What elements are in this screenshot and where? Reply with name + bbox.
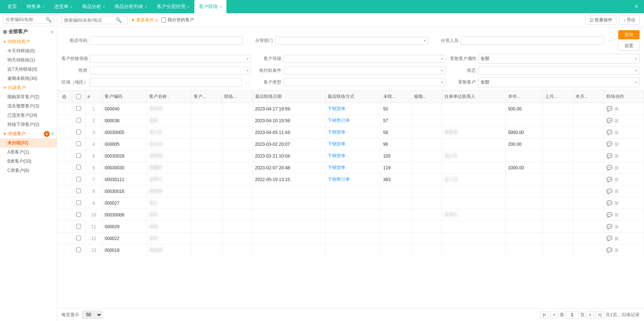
row-checkbox[interactable] [72, 221, 85, 233]
row-checkbox[interactable] [72, 197, 85, 209]
select-all-checkbox[interactable] [76, 94, 81, 99]
filter-sparse-select[interactable]: 全部 ▾ [478, 77, 640, 87]
tab-product-analysis[interactable]: 商品分析 × [78, 0, 109, 13]
my-customers-filter[interactable]: 我分管的客户 [161, 17, 194, 23]
prev-page-btn[interactable]: < [550, 311, 558, 318]
sidebar-item-declining[interactable]: 持续下滑客户(2) [0, 120, 57, 129]
ellipsis-btn-2[interactable]: ··· [244, 80, 251, 85]
last-type-link[interactable]: 下销货单 [328, 106, 345, 111]
qr-icon[interactable]: ⊞ [615, 224, 619, 229]
tab-purchase[interactable]: 进货单 × [50, 0, 77, 13]
row-select-checkbox[interactable] [76, 165, 81, 170]
row-last-type[interactable] [325, 197, 381, 209]
last-type-link[interactable]: 下销货单 [328, 153, 345, 158]
filter-phone-input[interactable] [89, 36, 243, 45]
settings-col-header[interactable]: ⚙ [57, 91, 72, 103]
more-conditions-btn[interactable]: ▼ 更多条件 ∧ [131, 17, 158, 23]
row-last-type[interactable] [325, 209, 381, 221]
row-select-checkbox[interactable] [76, 106, 81, 111]
chat-icon[interactable]: 💬 [606, 200, 612, 206]
filter-status-select[interactable]: ▾ [478, 67, 640, 74]
row-last-type[interactable] [325, 233, 381, 244]
sidebar-item-7days[interactable]: 近7天待联络(0) [0, 65, 57, 74]
row-last-type[interactable] [325, 186, 381, 197]
sidebar-item-churned[interactable]: 已流失客户(24) [0, 111, 57, 120]
chat-icon[interactable]: 💬 [606, 188, 612, 194]
row-checkbox[interactable] [72, 174, 85, 186]
qr-icon[interactable]: ⊞ [615, 165, 619, 170]
row-select-checkbox[interactable] [76, 224, 81, 229]
sidebar-search-icon[interactable]: 🔍 [46, 17, 52, 22]
close-contact-tab[interactable]: × [219, 4, 222, 9]
all-customers-header[interactable]: ⊞ 全部客户 « [0, 26, 57, 37]
chat-icon[interactable]: 💬 [606, 247, 612, 253]
tab-customer-contact[interactable]: 客户联络 × [194, 0, 226, 13]
my-customers-checkbox[interactable] [161, 18, 166, 22]
qr-icon[interactable]: ⊞ [615, 118, 619, 123]
first-page-btn[interactable]: |< [540, 311, 549, 318]
filter-payment-select[interactable]: ▾ [284, 67, 445, 74]
query-btn[interactable]: 查询 [618, 30, 640, 39]
sidebar-item-ungroup[interactable]: 未分组(32) [0, 138, 57, 148]
search-icon[interactable]: 🔍 [116, 17, 122, 23]
last-type-link[interactable]: 下销货单 [328, 165, 345, 170]
sidebar-item-typeA[interactable]: A类客户(1) [0, 148, 57, 157]
filter-type-select[interactable]: ▾ [284, 78, 445, 86]
page-number-input[interactable] [566, 311, 579, 318]
filter-level-select[interactable]: ▾ [284, 55, 445, 63]
gear-icon[interactable]: ⚙ [62, 94, 67, 100]
batch-operation-btn[interactable]: ☑ 批量操作 [585, 15, 616, 25]
qr-icon[interactable]: ⊞ [615, 236, 619, 241]
filter-sparse-attr-select[interactable]: 全部 ▾ [478, 54, 640, 64]
row-last-type[interactable]: 下销货单 [325, 162, 381, 174]
row-last-type[interactable]: 下销售订单 [325, 115, 381, 127]
sidebar-item-typeB[interactable]: B类客户(33) [0, 157, 57, 166]
close-product-analysis-tab[interactable]: × [103, 4, 105, 9]
chat-icon[interactable]: 💬 [606, 141, 612, 147]
refresh-icon[interactable]: ↺ [50, 131, 54, 136]
reset-btn[interactable]: 设置 [618, 41, 640, 51]
row-select-checkbox[interactable] [76, 141, 81, 146]
qr-icon[interactable]: ⊞ [615, 141, 619, 147]
row-checkbox[interactable] [72, 233, 85, 244]
row-checkbox[interactable] [72, 244, 85, 256]
tab-product-analysis-list[interactable]: 商品分析列表 × [110, 0, 151, 13]
row-select-checkbox[interactable] [76, 200, 81, 205]
chat-icon[interactable]: 💬 [606, 130, 612, 135]
qr-icon[interactable]: ⊞ [615, 247, 619, 253]
last-type-link[interactable]: 下销售订单 [328, 118, 350, 123]
group-pending-contact[interactable]: ▼ 待联络客户 [0, 37, 57, 46]
chat-icon[interactable]: 💬 [606, 177, 612, 182]
chat-icon[interactable]: 💬 [606, 106, 612, 112]
row-last-type[interactable] [325, 221, 381, 233]
filter-region-input[interactable] [89, 78, 242, 87]
qr-icon[interactable]: ⊞ [615, 188, 619, 194]
tab-customer-segmentation[interactable]: 客户分层经营 × [152, 0, 194, 13]
row-select-checkbox[interactable] [76, 177, 81, 181]
qr-icon[interactable]: ⊞ [615, 130, 619, 135]
row-checkbox[interactable] [72, 138, 85, 150]
search-input[interactable] [64, 18, 116, 23]
filter-person-input[interactable] [461, 36, 604, 45]
last-page-btn[interactable]: >| [595, 311, 604, 318]
sidebar-item-churn-warning[interactable]: 流失预警客户(3) [0, 102, 57, 111]
row-select-checkbox[interactable] [76, 153, 81, 158]
row-last-type[interactable] [325, 244, 381, 256]
row-checkbox[interactable] [72, 186, 85, 197]
chat-icon[interactable]: 💬 [606, 236, 612, 241]
chat-icon[interactable]: 💬 [606, 153, 612, 159]
last-type-link[interactable]: 下销货单 [328, 130, 345, 135]
row-last-type[interactable]: 下销货单 [325, 127, 381, 138]
row-checkbox[interactable] [72, 115, 85, 127]
row-last-type[interactable]: 下销货单 [325, 138, 381, 150]
qr-icon[interactable]: ⊞ [615, 177, 619, 182]
qr-icon[interactable]: ⊞ [615, 200, 619, 206]
row-select-checkbox[interactable] [76, 212, 81, 217]
close-segmentation-tab[interactable]: × [187, 4, 189, 9]
checkbox-col-header[interactable] [72, 91, 85, 103]
group-problem-customer[interactable]: ▼ 问题客户 [0, 83, 57, 92]
per-page-select[interactable]: 50 100 200 [82, 311, 102, 319]
sidebar-item-abnormal[interactable]: 囤购异常客户(2) [0, 92, 57, 102]
row-checkbox[interactable] [72, 127, 85, 138]
ellipsis-btn-1[interactable]: ··· [606, 38, 614, 43]
